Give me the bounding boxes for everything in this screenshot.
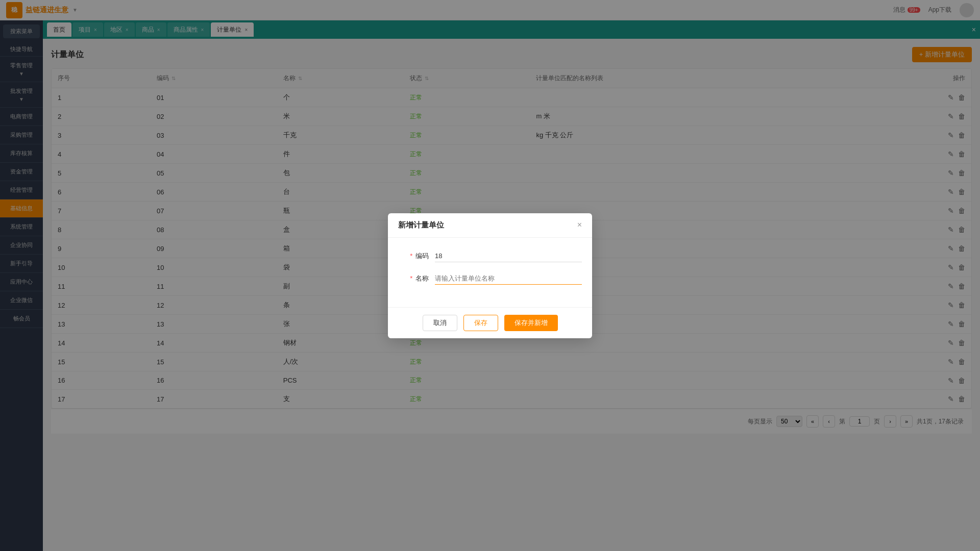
name-label: * 名称 bbox=[398, 274, 429, 283]
name-input[interactable] bbox=[435, 272, 582, 285]
modal-header: 新增计量单位 × bbox=[388, 213, 592, 238]
form-row-name: * 名称 bbox=[398, 272, 582, 285]
modal-footer: 取消 保存 保存并新增 bbox=[388, 307, 592, 338]
form-row-code: * 编码 bbox=[398, 250, 582, 262]
code-input[interactable] bbox=[435, 250, 582, 262]
modal-body: * 编码 * 名称 bbox=[388, 238, 592, 307]
modal-overlay[interactable]: 新增计量单位 × * 编码 * 名称 取消 保存 保存并新增 bbox=[0, 0, 980, 551]
required-mark-name: * bbox=[410, 274, 412, 282]
add-unit-modal: 新增计量单位 × * 编码 * 名称 取消 保存 保存并新增 bbox=[388, 213, 592, 338]
modal-title: 新增计量单位 bbox=[398, 220, 444, 230]
modal-close-button[interactable]: × bbox=[577, 220, 582, 230]
cancel-button[interactable]: 取消 bbox=[423, 315, 457, 331]
required-mark-code: * bbox=[410, 252, 412, 260]
save-button[interactable]: 保存 bbox=[463, 315, 498, 331]
code-label: * 编码 bbox=[398, 252, 429, 261]
save-add-button[interactable]: 保存并新增 bbox=[504, 315, 558, 331]
